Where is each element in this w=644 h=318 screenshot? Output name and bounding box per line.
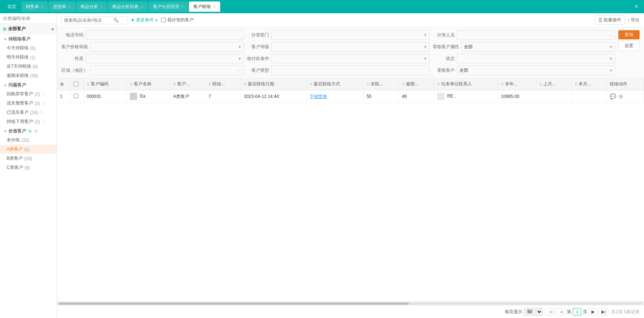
- chat-icon-button[interactable]: 💬: [610, 93, 616, 99]
- sidebar-group-pending[interactable]: ▼ 待联络客户: [0, 34, 57, 43]
- sidebar-item-ungrouped[interactable]: 未分组 (32): [0, 135, 57, 145]
- edit-icon[interactable]: ✎: [34, 129, 38, 134]
- sort-icon: ⇅: [130, 82, 133, 86]
- payment-dropdown[interactable]: ▼: [271, 54, 430, 63]
- close-icon[interactable]: ×: [100, 4, 103, 9]
- main-layout: 🔍 ⊞ 全部客户 ◀ ▼ 待联络客户 今天待联络 (0) 明天待联络 (1) 近…: [0, 13, 644, 318]
- next-page-button[interactable]: ▶: [589, 308, 597, 315]
- sidebar-group-value[interactable]: ▼ 价值客户 ↻ ✎: [0, 126, 57, 135]
- contact-method-link[interactable]: 下销货单: [310, 94, 327, 99]
- col-label: 客户名称: [134, 81, 151, 87]
- settings-icon[interactable]: ⚙: [60, 82, 64, 87]
- close-icon[interactable]: ×: [141, 4, 143, 9]
- price-level-dropdown[interactable]: ▼: [90, 42, 244, 52]
- close-icon[interactable]: ×: [41, 4, 43, 9]
- nav-tab-salesorder[interactable]: 销售单 ×: [21, 1, 48, 12]
- td-last-month: [536, 90, 571, 103]
- retail-customer-value: 全部: [459, 67, 468, 74]
- th-name: ⇅ 客户名称: [127, 78, 170, 90]
- per-page-select[interactable]: 50 100 200: [524, 308, 543, 316]
- nav-tab-customer-contact[interactable]: 客户联络 ×: [189, 1, 220, 12]
- td-last-contact-method: 下销货单: [306, 90, 363, 103]
- customer-level-dropdown[interactable]: ▼: [271, 42, 430, 52]
- sidebar-item-churn-warning[interactable]: 流失预警客户 (3) ⓘ: [0, 99, 57, 108]
- nav-home[interactable]: 首页: [3, 1, 21, 12]
- my-customers-checkbox[interactable]: [161, 18, 166, 22]
- sidebar-item-today-contact[interactable]: 今天待联络 (0): [0, 43, 57, 53]
- my-customers-label: 我分管的客户: [167, 17, 194, 23]
- chevron-down-icon: ▼: [155, 18, 158, 22]
- prev-page-button[interactable]: ◀: [557, 308, 565, 315]
- col-label: 本年...: [505, 81, 518, 87]
- nav-tab-customer-segment[interactable]: 客户分层经营 ×: [149, 1, 188, 12]
- th-contact-count: ⇅ 联络...: [205, 78, 241, 90]
- query-button[interactable]: 查询: [618, 30, 640, 39]
- sidebar-item-7day-contact[interactable]: 近7天待联络 (0): [0, 62, 57, 71]
- select-all-checkbox[interactable]: [74, 82, 78, 86]
- export-button[interactable]: ↑ 导出: [627, 17, 640, 23]
- per-page-label: 每页显示: [505, 309, 522, 315]
- chevron-down-icon: ▼: [423, 57, 427, 61]
- arrow-down-icon: ▼: [4, 38, 7, 41]
- current-page-display[interactable]: 1: [573, 308, 582, 315]
- filter-search-icon[interactable]: 🔍: [113, 18, 119, 23]
- nav-tab-analysis[interactable]: 商品分析 ×: [76, 1, 107, 12]
- item-count: (24): [30, 110, 38, 115]
- batch-ops-button[interactable]: ☰ 批量操作: [595, 15, 625, 25]
- th-this-month: ⇅ 本月...: [571, 78, 607, 90]
- th-type: ⇅ 客户...: [170, 78, 205, 90]
- phone-input[interactable]: [86, 30, 244, 40]
- window-close-button[interactable]: ×: [632, 3, 641, 10]
- filter-field-retail-customer: 零散客户 全部 ▼: [433, 66, 615, 75]
- sidebar-item-overdue-contact[interactable]: 逾期未联络 (30): [0, 71, 57, 80]
- sidebar-item-class-c[interactable]: C类客户 (6): [0, 163, 57, 172]
- nav-tab-analysis-list[interactable]: 商品分析列表 ×: [108, 1, 147, 12]
- region-label: 区域（地区）: [61, 67, 88, 74]
- manager-input[interactable]: ···: [457, 30, 615, 40]
- sort-icon: ⇅: [173, 82, 176, 86]
- close-icon[interactable]: ×: [213, 4, 215, 9]
- td-company-contact: RE .: [434, 90, 498, 103]
- all-customers-header[interactable]: ⊞ 全部客户 ◀: [0, 24, 57, 34]
- th-action: 联络动作: [607, 78, 644, 90]
- customer-type-input[interactable]: [271, 66, 430, 75]
- col-label: 联络动作: [610, 81, 627, 87]
- company-contact-name: RE .: [447, 93, 456, 99]
- price-level-label: 客户价格等级: [61, 44, 88, 50]
- retail-customer-dropdown[interactable]: 全部 ▼: [457, 66, 615, 75]
- refresh-icon[interactable]: ↻: [28, 129, 32, 134]
- status-dropdown[interactable]: ▼: [457, 54, 615, 63]
- dept-dropdown[interactable]: ▼: [271, 30, 430, 40]
- my-customers-filter[interactable]: 我分管的客户: [161, 17, 194, 23]
- sidebar-search-input[interactable]: [3, 16, 57, 21]
- sidebar-item-class-b[interactable]: B类客户 (33): [0, 154, 57, 163]
- nav-tab-purchase[interactable]: 进货单 ×: [49, 1, 75, 12]
- sidebar-item-repurchase-abnormal[interactable]: 回购异常客户 (2) ⓘ: [0, 89, 57, 99]
- sort-icon: ⇅: [310, 82, 312, 86]
- sidebar: 🔍 ⊞ 全部客户 ◀ ▼ 待联络客户 今天待联络 (0) 明天待联络 (1) 近…: [0, 13, 57, 318]
- nav-tab-label: 商品分析列表: [112, 4, 139, 10]
- last-page-button[interactable]: ▶|: [599, 308, 608, 315]
- filter-search-input[interactable]: [64, 18, 112, 23]
- settings-button[interactable]: 设置: [618, 41, 640, 51]
- retail-attr-dropdown[interactable]: 全部 ▼: [461, 42, 615, 52]
- nav-tab-label: 客户分层经营: [153, 4, 179, 10]
- sidebar-item-class-a[interactable]: A类客户 (1): [0, 145, 57, 154]
- more-dots-icon: ···: [238, 68, 242, 73]
- close-icon[interactable]: ×: [182, 4, 184, 9]
- close-icon[interactable]: ×: [68, 4, 71, 9]
- sidebar-item-churned[interactable]: 已流失客户 (24) ⓘ: [0, 108, 57, 117]
- nature-dropdown[interactable]: ▼: [86, 54, 244, 63]
- filter-more-conditions-btn[interactable]: ▼ 更多条件 ▼: [130, 17, 158, 23]
- item-label: 未分组: [7, 137, 20, 143]
- sidebar-item-tomorrow-contact[interactable]: 明天待联络 (1): [0, 53, 57, 62]
- scroll-thumb[interactable]: [58, 303, 409, 305]
- first-page-button[interactable]: |◀: [545, 308, 555, 315]
- sidebar-item-declining[interactable]: 持续下滑客户 (2) ⓘ: [0, 117, 57, 126]
- grid-icon-button[interactable]: ⊞: [619, 93, 623, 99]
- sidebar-group-problem[interactable]: ▼ 问题客户: [0, 80, 57, 89]
- region-input[interactable]: ···: [90, 66, 244, 75]
- row-checkbox[interactable]: [74, 93, 78, 98]
- info-icon: ⓘ: [42, 92, 45, 97]
- horizontal-scrollbar[interactable]: [57, 301, 644, 305]
